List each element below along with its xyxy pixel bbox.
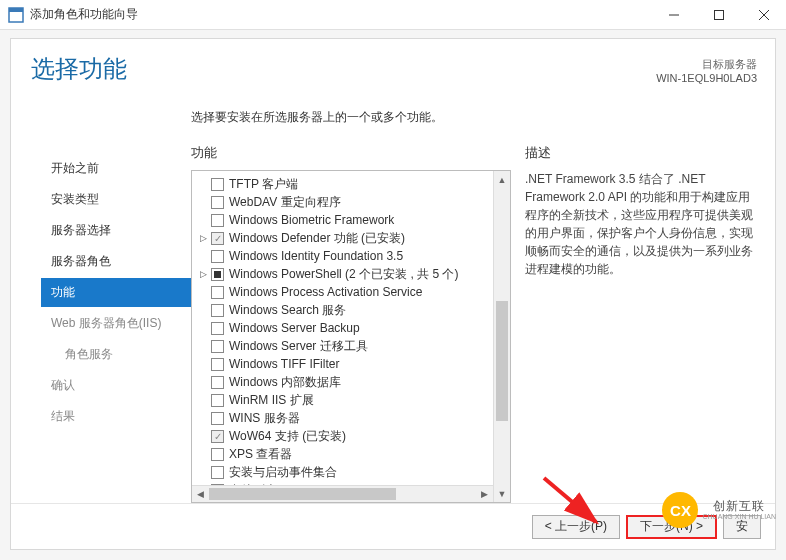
maximize-button[interactable] xyxy=(696,0,741,30)
feature-checkbox[interactable] xyxy=(211,250,224,263)
feature-item[interactable]: Windows Search 服务 xyxy=(198,301,493,319)
expander-icon[interactable]: ▷ xyxy=(198,233,209,244)
close-button[interactable] xyxy=(741,0,786,30)
step-item[interactable]: 功能 xyxy=(41,278,191,307)
feature-item[interactable]: Windows TIFF IFilter xyxy=(198,355,493,373)
feature-checkbox[interactable] xyxy=(211,394,224,407)
watermark-sub: CHUANG XIN HU LIAN xyxy=(702,513,776,521)
feature-label: 安装与启动事件集合 xyxy=(229,464,337,481)
feature-label: Windows Process Activation Service xyxy=(229,285,422,299)
description-text: .NET Framework 3.5 结合了 .NET Framework 2.… xyxy=(525,170,759,278)
app-icon xyxy=(8,7,24,23)
feature-checkbox[interactable] xyxy=(211,340,224,353)
feature-item[interactable]: TFTP 客户端 xyxy=(198,175,493,193)
previous-button[interactable]: < 上一步(P) xyxy=(532,515,620,539)
feature-checkbox[interactable] xyxy=(211,214,224,227)
vertical-scrollbar[interactable]: ▲ ▼ xyxy=(493,171,510,502)
feature-checkbox[interactable] xyxy=(211,376,224,389)
feature-item[interactable]: 安装与启动事件集合 xyxy=(198,463,493,481)
watermark-logo-icon: CX xyxy=(662,492,698,528)
feature-label: WebDAV 重定向程序 xyxy=(229,194,341,211)
step-item: Web 服务器角色(IIS) xyxy=(41,309,191,338)
feature-item[interactable]: Windows Process Activation Service xyxy=(198,283,493,301)
watermark-text: 创新互联 CHUANG XIN HU LIAN xyxy=(702,500,776,521)
step-item: 确认 xyxy=(41,371,191,400)
feature-label: WinRM IIS 扩展 xyxy=(229,392,314,409)
feature-item[interactable]: ▷Windows Defender 功能 (已安装) xyxy=(198,229,493,247)
feature-item[interactable]: Windows 内部数据库 xyxy=(198,373,493,391)
feature-label: WINS 服务器 xyxy=(229,410,300,427)
feature-label: Windows Identity Foundation 3.5 xyxy=(229,249,403,263)
feature-item[interactable]: WINS 服务器 xyxy=(198,409,493,427)
watermark: CX 创新互联 CHUANG XIN HU LIAN xyxy=(662,492,776,528)
target-info: 目标服务器 WIN-1EQL9H0LAD3 xyxy=(656,57,757,84)
hscroll-thumb[interactable] xyxy=(209,488,396,500)
feature-checkbox[interactable] xyxy=(211,466,224,479)
feature-checkbox[interactable] xyxy=(211,322,224,335)
feature-label: WoW64 支持 (已安装) xyxy=(229,428,346,445)
feature-checkbox[interactable] xyxy=(211,178,224,191)
scroll-down-icon[interactable]: ▼ xyxy=(494,485,510,502)
svg-rect-3 xyxy=(714,10,723,19)
wizard-panel: 选择功能 目标服务器 WIN-1EQL9H0LAD3 开始之前安装类型服务器选择… xyxy=(10,38,776,550)
feature-label: Windows Defender 功能 (已安装) xyxy=(229,230,405,247)
feature-item[interactable]: Windows Identity Foundation 3.5 xyxy=(198,247,493,265)
feature-checkbox[interactable] xyxy=(211,304,224,317)
feature-item[interactable]: WebDAV 重定向程序 xyxy=(198,193,493,211)
feature-checkbox[interactable] xyxy=(211,268,224,281)
step-item[interactable]: 安装类型 xyxy=(41,185,191,214)
feature-label: Windows Search 服务 xyxy=(229,302,346,319)
instruction-text: 选择要安装在所选服务器上的一个或多个功能。 xyxy=(191,109,759,126)
feature-item[interactable]: ▷Windows PowerShell (2 个已安装 , 共 5 个) xyxy=(198,265,493,283)
target-server: WIN-1EQL9H0LAD3 xyxy=(656,72,757,84)
step-item: 角色服务 xyxy=(41,340,191,369)
feature-item[interactable]: Windows Biometric Framework xyxy=(198,211,493,229)
scroll-left-icon[interactable]: ◀ xyxy=(192,486,209,502)
window-title: 添加角色和功能向导 xyxy=(30,6,138,23)
minimize-button[interactable] xyxy=(651,0,696,30)
step-item[interactable]: 开始之前 xyxy=(41,154,191,183)
steps-sidebar: 开始之前安装类型服务器选择服务器角色功能Web 服务器角色(IIS)角色服务确认… xyxy=(11,109,191,503)
feature-label: TFTP 客户端 xyxy=(229,176,298,193)
feature-item[interactable]: Windows Server 迁移工具 xyxy=(198,337,493,355)
feature-item[interactable]: XPS 查看器 xyxy=(198,445,493,463)
scroll-thumb[interactable] xyxy=(496,301,508,421)
feature-list[interactable]: TFTP 客户端WebDAV 重定向程序Windows Biometric Fr… xyxy=(192,171,493,502)
step-item[interactable]: 服务器选择 xyxy=(41,216,191,245)
feature-label: Windows Server 迁移工具 xyxy=(229,338,368,355)
feature-checkbox[interactable] xyxy=(211,412,224,425)
titlebar: 添加角色和功能向导 xyxy=(0,0,786,30)
target-label: 目标服务器 xyxy=(656,57,757,72)
feature-checkbox[interactable] xyxy=(211,358,224,371)
step-item: 结果 xyxy=(41,402,191,431)
scroll-right-icon[interactable]: ▶ xyxy=(476,486,493,502)
feature-checkbox[interactable] xyxy=(211,448,224,461)
panel-header: 选择功能 目标服务器 WIN-1EQL9H0LAD3 xyxy=(11,39,775,99)
horizontal-scrollbar[interactable]: ◀ ▶ xyxy=(192,485,493,502)
features-heading: 功能 xyxy=(191,144,511,162)
description-heading: 描述 xyxy=(525,144,759,162)
feature-item[interactable]: WoW64 支持 (已安装) xyxy=(198,427,493,445)
feature-label: Windows TIFF IFilter xyxy=(229,357,339,371)
scroll-up-icon[interactable]: ▲ xyxy=(494,171,510,188)
feature-checkbox[interactable] xyxy=(211,430,224,443)
feature-label: XPS 查看器 xyxy=(229,446,292,463)
svg-rect-1 xyxy=(9,8,23,12)
watermark-main: 创新互联 xyxy=(702,500,776,513)
feature-checkbox[interactable] xyxy=(211,232,224,245)
feature-label: Windows Biometric Framework xyxy=(229,213,394,227)
feature-label: Windows PowerShell (2 个已安装 , 共 5 个) xyxy=(229,266,458,283)
feature-checkbox[interactable] xyxy=(211,196,224,209)
feature-item[interactable]: Windows Server Backup xyxy=(198,319,493,337)
feature-list-box: TFTP 客户端WebDAV 重定向程序Windows Biometric Fr… xyxy=(191,170,511,503)
step-item[interactable]: 服务器角色 xyxy=(41,247,191,276)
feature-item[interactable]: WinRM IIS 扩展 xyxy=(198,391,493,409)
feature-label: Windows 内部数据库 xyxy=(229,374,341,391)
expander-icon[interactable]: ▷ xyxy=(198,269,209,280)
feature-label: Windows Server Backup xyxy=(229,321,360,335)
feature-checkbox[interactable] xyxy=(211,286,224,299)
wizard-footer: < 上一步(P) 下一步(N) > 安 xyxy=(11,503,775,549)
